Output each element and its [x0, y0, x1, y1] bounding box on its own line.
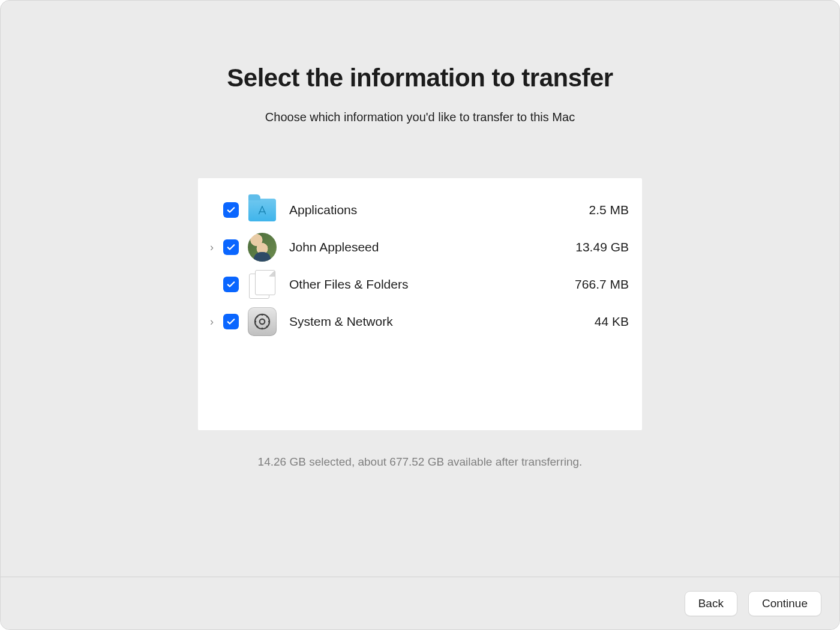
checkbox-user[interactable] [223, 239, 239, 255]
item-size: 44 KB [595, 314, 629, 329]
checkmark-icon [226, 316, 236, 327]
content-area: Select the information to transfer Choos… [1, 1, 839, 629]
page-subtitle: Choose which information you'd like to t… [265, 110, 575, 124]
system-settings-icon [247, 307, 277, 337]
checkmark-icon [226, 279, 236, 290]
footer-bar: Back Continue [1, 577, 839, 629]
disclosure-icon[interactable]: › [205, 316, 218, 328]
continue-button[interactable]: Continue [748, 591, 821, 616]
disclosure-icon[interactable]: › [205, 241, 218, 254]
item-size: 766.7 MB [575, 277, 629, 292]
item-label: Other Files & Folders [289, 277, 570, 292]
list-item[interactable]: › Other Files & Folders 766.7 MB [205, 266, 629, 303]
list-item[interactable]: › Applications 2.5 MB [205, 191, 629, 229]
item-label: System & Network [289, 314, 590, 329]
page-title: Select the information to transfer [227, 64, 613, 92]
item-size: 13.49 GB [575, 240, 629, 254]
svg-point-1 [260, 319, 265, 325]
checkbox-applications[interactable] [223, 202, 239, 218]
list-item[interactable]: › John Appleseed 13.49 GB [205, 229, 629, 266]
checkbox-system-network[interactable] [223, 314, 239, 329]
item-label: John Appleseed [289, 240, 571, 254]
transfer-list-panel: › Applications 2.5 MB › [198, 178, 642, 430]
checkmark-icon [226, 242, 236, 253]
status-text: 14.26 GB selected, about 677.52 GB avail… [258, 455, 583, 469]
migration-assistant-window: Select the information to transfer Choos… [0, 0, 840, 630]
item-label: Applications [289, 203, 584, 217]
checkbox-other-files[interactable] [223, 277, 239, 292]
back-button[interactable]: Back [685, 591, 737, 616]
checkmark-icon [226, 205, 236, 215]
list-item[interactable]: › System & Network 44 KB [205, 303, 629, 340]
item-size: 2.5 MB [589, 203, 629, 217]
documents-stack-icon [247, 269, 277, 299]
user-avatar-icon [247, 232, 277, 262]
applications-folder-icon [247, 195, 277, 225]
